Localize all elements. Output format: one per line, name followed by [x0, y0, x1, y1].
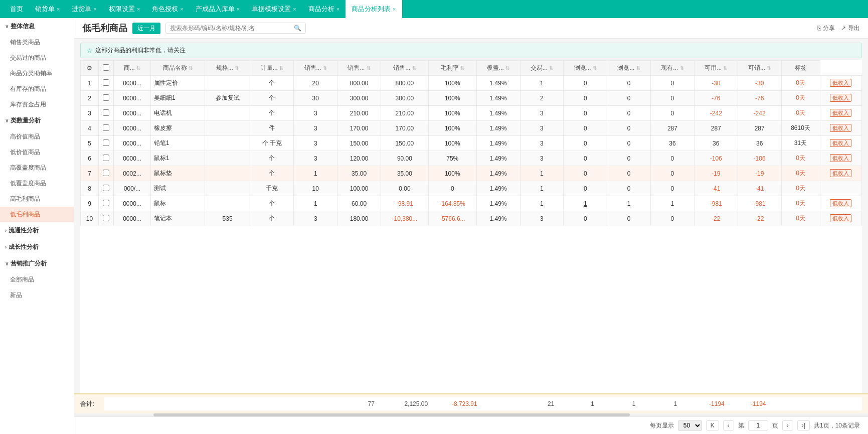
- close-icon[interactable]: ×: [180, 6, 183, 12]
- col-name[interactable]: 商品名称 ⇅: [150, 61, 205, 76]
- sidebar-collapse-button[interactable]: «: [74, 33, 74, 53]
- row-checkbox-cell[interactable]: [99, 196, 114, 211]
- row-index: 8: [81, 181, 99, 196]
- row-checkbox-cell[interactable]: [99, 181, 114, 196]
- close-icon[interactable]: ×: [93, 6, 96, 12]
- row-checkbox[interactable]: [103, 124, 109, 131]
- data-table-container[interactable]: ⚙ 商... ⇅ 商品名称 ⇅ 规格... ⇅ 计量... ⇅ 销售... ⇅ …: [80, 60, 862, 393]
- row-checkbox[interactable]: [103, 94, 109, 101]
- row-unit: 个: [250, 91, 294, 106]
- row-transactions[interactable]: 0: [564, 91, 607, 106]
- close-icon[interactable]: ×: [57, 6, 60, 12]
- row-transactions[interactable]: 0: [564, 181, 607, 196]
- sidebar-item-high-margin[interactable]: 高毛利商品: [0, 191, 74, 207]
- col-stock-current[interactable]: 现有... ⇅: [651, 61, 695, 76]
- col-sales-amt[interactable]: 销售... ⇅: [337, 61, 381, 76]
- row-transactions[interactable]: 0: [564, 136, 607, 151]
- col-sales-profit[interactable]: 销售... ⇅: [381, 61, 429, 76]
- sidebar-group-circulation-analysis[interactable]: › 流通性分析: [0, 222, 74, 239]
- sidebar-group-overall-info[interactable]: ∨ 整体信息: [0, 18, 74, 35]
- col-settings[interactable]: ⚙: [81, 61, 99, 76]
- col-coverage[interactable]: 覆盖... ⇅: [476, 61, 520, 76]
- col-sales-qty[interactable]: 销售... ⇅: [294, 61, 337, 76]
- sidebar-item-low-margin[interactable]: 低毛利商品: [0, 207, 74, 222]
- col-spec[interactable]: 规格... ⇅: [205, 61, 250, 76]
- last-page-button[interactable]: ›|: [797, 420, 810, 430]
- row-checkbox[interactable]: [103, 200, 109, 206]
- close-icon[interactable]: ×: [293, 6, 296, 12]
- sidebar-item-high-value[interactable]: 高价值商品: [0, 129, 74, 144]
- nav-sales-order[interactable]: 销货单 ×: [29, 0, 66, 18]
- share-button[interactable]: ⎘ 分享: [817, 24, 835, 33]
- row-transactions[interactable]: 0: [564, 211, 607, 226]
- row-transactions[interactable]: 0: [564, 76, 607, 91]
- sidebar-item-high-coverage[interactable]: 高覆盖度商品: [0, 160, 74, 176]
- sidebar-item-low-value[interactable]: 低价值商品: [0, 144, 74, 160]
- col-unit[interactable]: 计量... ⇅: [250, 61, 294, 76]
- row-checkbox[interactable]: [103, 139, 109, 146]
- close-icon[interactable]: ×: [336, 6, 339, 12]
- row-checkbox-cell[interactable]: [99, 136, 114, 151]
- sidebar-item-sales-goods[interactable]: 销售类商品: [0, 35, 74, 50]
- search-box[interactable]: 🔍: [165, 23, 306, 34]
- row-checkbox-cell[interactable]: [99, 121, 114, 136]
- nav-product-inbound[interactable]: 产成品入库单 ×: [190, 0, 246, 18]
- col-code[interactable]: 商... ⇅: [114, 61, 151, 76]
- close-icon[interactable]: ×: [237, 6, 240, 12]
- row-checkbox-cell[interactable]: [99, 76, 114, 91]
- row-transactions[interactable]: 0: [564, 121, 607, 136]
- row-checkbox[interactable]: [103, 170, 109, 176]
- close-icon[interactable]: ×: [393, 6, 396, 12]
- row-transactions[interactable]: 0: [564, 106, 607, 121]
- nav-product-analysis[interactable]: 商品分析 ×: [302, 0, 345, 18]
- row-transactions[interactable]: 1: [564, 196, 607, 211]
- page-size-select[interactable]: 50: [678, 420, 702, 431]
- sidebar-item-low-coverage[interactable]: 低覆盖度商品: [0, 176, 74, 191]
- row-checkbox-cell[interactable]: [99, 166, 114, 181]
- sidebar-item-category-rate[interactable]: 商品分类助销率: [0, 66, 74, 81]
- page-number-input[interactable]: [748, 420, 768, 430]
- nav-permission-settings[interactable]: 权限设置 ×: [103, 0, 146, 18]
- first-page-button[interactable]: K: [706, 420, 719, 430]
- nav-role-auth[interactable]: 角色授权 ×: [146, 0, 189, 18]
- col-profit-rate[interactable]: 毛利率 ⇅: [428, 61, 476, 76]
- row-checkbox[interactable]: [103, 155, 109, 161]
- col-views1[interactable]: 浏览... ⇅: [564, 61, 607, 76]
- row-checkbox-cell[interactable]: [99, 106, 114, 121]
- row-checkbox-cell[interactable]: [99, 211, 114, 226]
- next-page-button[interactable]: ›: [782, 420, 793, 430]
- sidebar-item-new-goods[interactable]: 新品: [0, 287, 74, 303]
- row-checkbox[interactable]: [103, 79, 109, 86]
- nav-purchase-order[interactable]: 进货单 ×: [66, 0, 102, 18]
- col-views2[interactable]: 浏览... ⇅: [607, 61, 651, 76]
- sidebar-item-all-goods[interactable]: 全部商品: [0, 272, 74, 287]
- nav-home[interactable]: 首页: [4, 0, 29, 18]
- row-checkbox[interactable]: [103, 109, 109, 116]
- col-transactions[interactable]: 交易... ⇅: [520, 61, 564, 76]
- sidebar-item-traded-goods[interactable]: 交易过的商品: [0, 50, 74, 66]
- tag-badge: 低收入: [830, 169, 851, 177]
- select-all-checkbox[interactable]: [103, 64, 109, 71]
- export-button[interactable]: ↗ 导出: [841, 24, 860, 33]
- prev-page-button[interactable]: ‹: [723, 420, 734, 430]
- time-filter-button[interactable]: 近一月: [132, 23, 160, 34]
- sidebar-item-stock-capital[interactable]: 库存资金占用: [0, 97, 74, 112]
- row-checkbox[interactable]: [103, 185, 109, 191]
- close-icon[interactable]: ×: [137, 6, 140, 12]
- col-stock-avail[interactable]: 可用... ⇅: [694, 61, 738, 76]
- row-transactions[interactable]: 0: [564, 166, 607, 181]
- sidebar-group-marketing-analysis[interactable]: ∨ 营销推广分析: [0, 255, 74, 272]
- col-stock-salable[interactable]: 可销... ⇅: [738, 61, 781, 76]
- row-checkbox-cell[interactable]: [99, 91, 114, 106]
- row-transactions[interactable]: 0: [564, 151, 607, 166]
- search-input[interactable]: [170, 25, 294, 32]
- row-checkbox[interactable]: [103, 215, 109, 221]
- sidebar-group-quantity-analysis[interactable]: ∨ 类数量分析: [0, 112, 74, 129]
- row-checkbox-cell[interactable]: [99, 151, 114, 166]
- sidebar-group-growth-analysis[interactable]: › 成长性分析: [0, 239, 74, 255]
- nav-template-settings[interactable]: 单据模板设置 ×: [246, 0, 302, 18]
- col-checkbox[interactable]: [99, 61, 114, 76]
- sidebar-item-in-stock-goods[interactable]: 有库存的商品: [0, 81, 74, 97]
- nav-product-analysis-list[interactable]: 商品分析列表 ×: [345, 0, 402, 18]
- search-icon[interactable]: 🔍: [294, 25, 301, 32]
